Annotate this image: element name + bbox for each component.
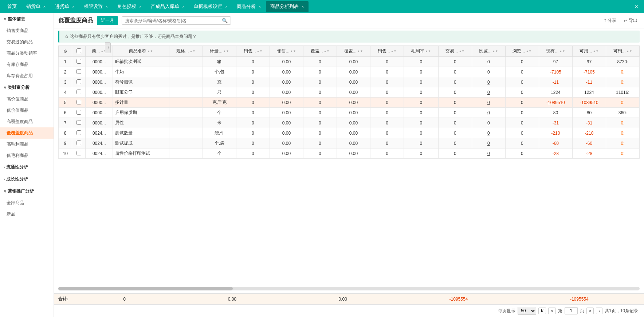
close-icon[interactable]: ×	[72, 4, 74, 9]
browse-link[interactable]: 0	[487, 151, 490, 156]
browse-link[interactable]: 0	[487, 110, 490, 115]
nav-tab-home[interactable]: 首页	[3, 1, 21, 12]
sidebar-item-high-gross[interactable]: 高毛利商品	[0, 139, 54, 150]
th-sellable[interactable]: 可销...▲▼	[606, 46, 639, 57]
th-name[interactable]: 商品名称▲▼	[113, 46, 169, 57]
sidebar-section-wealth[interactable]: ∨ 类财富分析	[0, 82, 54, 94]
row-checkbox[interactable]	[72, 67, 86, 77]
close-icon[interactable]: ×	[259, 4, 261, 9]
export-button[interactable]: ↩ 导出	[621, 16, 640, 25]
row-checkbox[interactable]	[72, 87, 86, 98]
th-cover1[interactable]: 覆盖...▲▼	[303, 46, 337, 57]
th-current[interactable]: 现有...▲▼	[539, 46, 572, 57]
th-gross[interactable]: 毛利率▲▼	[404, 46, 439, 57]
sidebar-item-stock-fund[interactable]: 库存资金占用	[0, 70, 54, 82]
browse-link[interactable]: 0	[487, 141, 490, 146]
prev-page-button[interactable]: <	[548, 308, 555, 314]
row-select-checkbox[interactable]	[76, 151, 81, 155]
nav-tab-analysis-list[interactable]: 商品分析列表 ×	[266, 1, 308, 12]
close-icon[interactable]: ×	[139, 4, 141, 9]
th-trade[interactable]: 交易...▲▼	[438, 46, 472, 57]
browse-link[interactable]: 0	[487, 120, 490, 126]
sidebar-item-low-gross[interactable]: 低毛利商品	[0, 150, 54, 161]
row-checkbox[interactable]	[72, 138, 86, 148]
close-icon[interactable]: ×	[225, 4, 227, 9]
nav-tab-template[interactable]: 单据模板设置 ×	[189, 1, 232, 12]
sidebar-section-marketing[interactable]: ∨ 营销推广分析	[0, 185, 54, 197]
next-page-button[interactable]: >	[586, 308, 594, 314]
row-browse1[interactable]: 0	[472, 57, 505, 67]
th-sales-amt[interactable]: 销售...▲▼	[270, 46, 303, 57]
row-checkbox[interactable]	[72, 128, 86, 138]
row-select-checkbox[interactable]	[76, 100, 81, 104]
th-available[interactable]: 可用...▲▼	[572, 46, 606, 57]
sidebar-section-growth[interactable]: › 成长性分析	[0, 173, 54, 185]
th-sales-qty[interactable]: 销售...▲▼	[236, 46, 270, 57]
sidebar-item-low-value[interactable]: 低价值商品	[0, 105, 54, 116]
close-icon[interactable]: ×	[182, 4, 184, 9]
row-select-checkbox[interactable]	[76, 120, 81, 125]
th-browse2[interactable]: 浏览...▲▼	[505, 46, 539, 57]
row-browse1[interactable]: 0	[472, 87, 505, 98]
first-page-button[interactable]: K	[538, 308, 546, 314]
sidebar-item-sales-goods[interactable]: 销售类商品	[0, 25, 54, 36]
browse-link[interactable]: 0	[487, 70, 490, 75]
sidebar-section-overall[interactable]: ∨ 整体信息	[0, 13, 54, 25]
nav-tab-purchase[interactable]: 进货单 ×	[51, 1, 79, 12]
row-checkbox[interactable]	[72, 57, 86, 67]
sidebar-item-traded-goods[interactable]: 交易过的商品	[0, 36, 54, 48]
row-browse1[interactable]: 0	[472, 118, 505, 128]
page-number-input[interactable]: 1	[565, 307, 578, 314]
per-page-select[interactable]: 50 20 100 200	[518, 307, 536, 315]
row-browse1[interactable]: 0	[472, 67, 505, 77]
th-sales2[interactable]: 销售...▲▼	[370, 46, 404, 57]
row-browse1[interactable]: 0	[472, 98, 505, 108]
browse-link[interactable]: 0	[487, 80, 490, 85]
sidebar-section-flow[interactable]: › 流通性分析	[0, 161, 54, 173]
horizontal-scrollbar[interactable]	[58, 287, 640, 290]
row-select-checkbox[interactable]	[76, 110, 81, 115]
row-browse1[interactable]: 0	[472, 128, 505, 138]
nav-tab-analysis[interactable]: 商品分析 ×	[232, 1, 265, 12]
browse-link[interactable]: 0	[487, 90, 490, 95]
th-spec[interactable]: 规格...▲▼	[169, 46, 203, 57]
row-browse1[interactable]: 0	[472, 108, 505, 118]
th-cover2[interactable]: 覆盖...▲▼	[337, 46, 370, 57]
settings-icon[interactable]: ⚙	[63, 49, 67, 54]
row-select-checkbox[interactable]	[76, 130, 81, 135]
nav-tab-sales[interactable]: 销货单 ×	[22, 1, 50, 12]
th-checkbox[interactable]	[72, 46, 86, 57]
sidebar-item-category-rate[interactable]: 商品分类动销率	[0, 48, 54, 59]
row-select-checkbox[interactable]	[76, 79, 81, 84]
row-select-checkbox[interactable]	[76, 59, 81, 64]
nav-tab-product-in[interactable]: 产成品入库单 ×	[146, 1, 189, 12]
row-browse1[interactable]: 0	[472, 138, 505, 148]
row-checkbox[interactable]	[72, 77, 86, 87]
row-checkbox[interactable]	[72, 118, 86, 128]
nav-tab-role[interactable]: 角色授权 ×	[113, 1, 146, 12]
row-browse1[interactable]: 0	[472, 148, 505, 159]
row-select-checkbox[interactable]	[76, 90, 81, 94]
sidebar-collapse-button[interactable]: 《	[105, 42, 111, 53]
th-browse1[interactable]: 浏览...▲▼	[472, 46, 505, 57]
th-gear[interactable]: ⚙	[59, 46, 72, 57]
browse-link[interactable]: 0	[487, 131, 490, 136]
sidebar-item-all-goods[interactable]: 全部商品	[0, 197, 54, 209]
sidebar-item-stock-goods[interactable]: 有库存商品	[0, 59, 54, 70]
close-icon[interactable]: ×	[43, 4, 46, 9]
filter-recent-month-button[interactable]: 近一月	[97, 16, 118, 25]
browse-link[interactable]: 0	[487, 100, 490, 105]
sidebar-item-high-coverage[interactable]: 高覆盖度商品	[0, 116, 54, 127]
last-page-button[interactable]: ›	[596, 308, 602, 314]
sidebar-item-low-coverage[interactable]: 低覆盖度商品	[0, 127, 54, 139]
nav-tab-permission[interactable]: 权限设置 ×	[79, 1, 112, 12]
search-input[interactable]	[125, 18, 220, 23]
row-checkbox[interactable]	[72, 148, 86, 159]
th-unit[interactable]: 计量...▲▼	[203, 46, 236, 57]
row-browse1[interactable]: 0	[472, 77, 505, 87]
share-button[interactable]: ⤴ 分享	[602, 16, 619, 25]
row-select-checkbox[interactable]	[76, 69, 81, 74]
row-select-checkbox[interactable]	[76, 140, 81, 145]
sidebar-item-high-value[interactable]: 高价值商品	[0, 94, 54, 105]
close-icon[interactable]: ×	[302, 4, 304, 9]
